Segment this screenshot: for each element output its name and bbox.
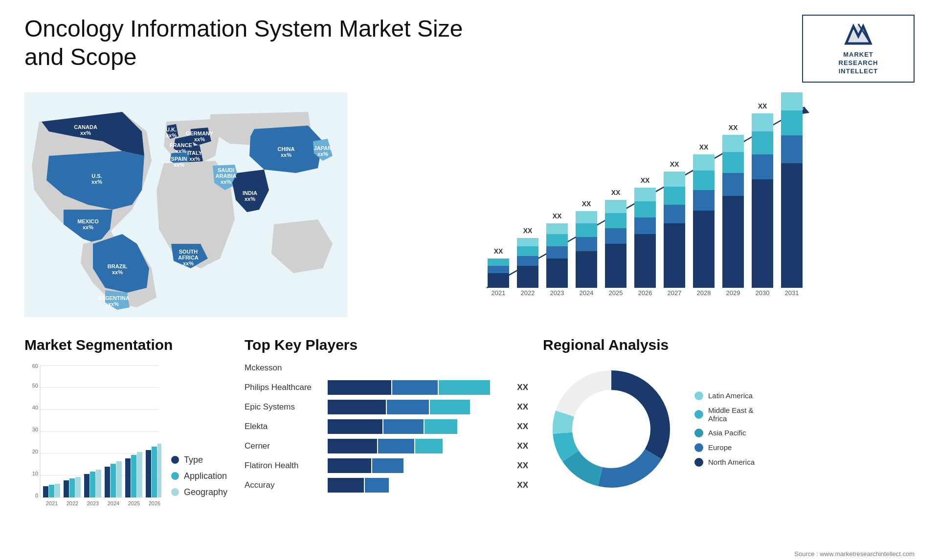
seg-chart-container: 0 10 20 30 40 50 60 [24,361,230,512]
seg-legend: Type Application Geography [171,455,227,512]
svg-text:2023: 2023 [87,500,99,506]
legend-latin-america: Latin America [694,391,755,400]
svg-rect-81 [693,171,715,190]
svg-text:INDIA: INDIA [243,190,257,196]
svg-rect-127 [105,467,110,497]
svg-text:xx%: xx% [281,152,291,158]
svg-text:xx%: xx% [174,162,184,168]
bar-seg2 [378,439,414,453]
player-row-accuray: Accuray XX [245,478,528,493]
svg-text:60: 60 [32,363,38,369]
legend-item-geography: Geography [171,487,227,497]
svg-rect-45 [517,246,538,256]
svg-rect-132 [137,452,142,497]
svg-rect-52 [546,223,568,234]
svg-text:0: 0 [35,493,38,498]
bar-seg1 [328,478,364,493]
source-text: Source : www.marketresearchintellect.com [794,550,915,558]
svg-text:xx%: xx% [189,156,200,162]
bar-seg3 [415,439,443,453]
bar-chart-section: XX 2021 XX 2022 XX 2023 [362,92,915,327]
svg-text:50: 50 [32,383,38,388]
svg-text:2025: 2025 [609,289,623,297]
svg-rect-82 [693,154,715,171]
svg-rect-39 [488,266,509,273]
svg-text:XX: XX [758,102,767,110]
svg-text:xx%: xx% [166,132,177,138]
svg-text:xx%: xx% [183,260,194,266]
svg-text:U.K.: U.K. [166,127,177,132]
color-asia-pacific [694,429,703,437]
logo-text: MARKET RESEARCH INTELLECT [839,51,878,76]
seg-chart-svg: 0 10 20 30 40 50 60 [24,361,161,512]
svg-rect-43 [517,266,538,288]
svg-text:xx%: xx% [112,269,123,275]
donut-legend: Latin America Middle East &Africa Asia P… [694,391,755,467]
svg-rect-94 [752,113,773,131]
svg-text:XX: XX [553,212,562,220]
svg-text:SPAIN: SPAIN [171,156,187,162]
svg-rect-87 [722,152,744,173]
svg-rect-128 [111,464,116,497]
svg-text:XX: XX [582,200,591,208]
player-bar-epic [328,400,510,414]
bar-seg2 [387,400,429,414]
svg-text:2021: 2021 [492,289,506,297]
svg-text:2022: 2022 [67,500,78,506]
svg-rect-118 [43,486,48,497]
svg-text:FRANCE: FRANCE [170,142,192,148]
svg-text:CHINA: CHINA [278,146,295,152]
label-asia-pacific: Asia Pacific [708,429,746,437]
donut-svg [543,361,680,497]
svg-text:2024: 2024 [580,289,594,297]
label-north-america: North America [708,458,755,466]
svg-rect-61 [605,244,626,288]
player-name-accuray: Accuray [245,480,323,490]
svg-rect-40 [488,258,509,266]
legend-dot-geography [171,488,179,496]
svg-rect-125 [90,472,95,497]
svg-rect-135 [157,444,161,497]
regional-title: Regional Analysis [543,337,915,353]
svg-text:MEXICO: MEXICO [77,218,99,224]
player-name-philips: Philips Healthcare [245,383,323,392]
svg-text:ARABIA: ARABIA [216,173,237,179]
player-row-flatiron: Flatiron Health XX [245,458,528,473]
svg-rect-49 [546,258,568,288]
svg-text:xx%: xx% [80,130,91,136]
player-bar-mckesson [328,361,521,375]
legend-middle-east-africa: Middle East &Africa [694,406,755,423]
svg-text:SOUTH: SOUTH [179,249,198,255]
color-north-america [694,458,703,467]
svg-rect-70 [634,188,656,201]
svg-text:2030: 2030 [756,289,770,297]
label-europe: Europe [708,443,732,452]
svg-rect-88 [722,135,744,152]
bar-seg1 [328,439,377,453]
svg-text:2026: 2026 [149,500,160,506]
content-top: CANADA xx% U.S. xx% MEXICO xx% BRAZIL xx… [24,92,915,327]
svg-rect-93 [752,131,773,154]
svg-text:30: 30 [32,427,38,432]
world-map-svg: CANADA xx% U.S. xx% MEXICO xx% BRAZIL xx… [24,92,347,317]
segmentation-section: Market Segmentation 0 10 20 30 40 50 60 [24,337,230,560]
player-name-mckesson: Mckesson [245,363,323,373]
bar-seg3 [425,419,457,434]
svg-text:xx%: xx% [91,179,102,185]
player-row-mckesson: Mckesson [245,361,528,375]
svg-text:XX: XX [729,124,738,131]
content-bottom: Market Segmentation 0 10 20 30 40 50 60 [24,337,915,560]
legend-dot-application [171,472,179,480]
svg-rect-64 [605,200,626,213]
svg-text:XX: XX [641,176,650,184]
player-row-epic: Epic Systems XX [245,400,528,414]
svg-text:20: 20 [32,449,38,454]
svg-text:BRAZIL: BRAZIL [108,263,128,269]
bar-seg2 [392,380,438,395]
svg-rect-74 [664,205,685,223]
svg-text:xx%: xx% [221,179,231,185]
color-middle-east-africa [694,410,703,419]
svg-rect-76 [664,172,685,187]
svg-text:2029: 2029 [726,289,740,297]
svg-text:2023: 2023 [550,289,564,297]
